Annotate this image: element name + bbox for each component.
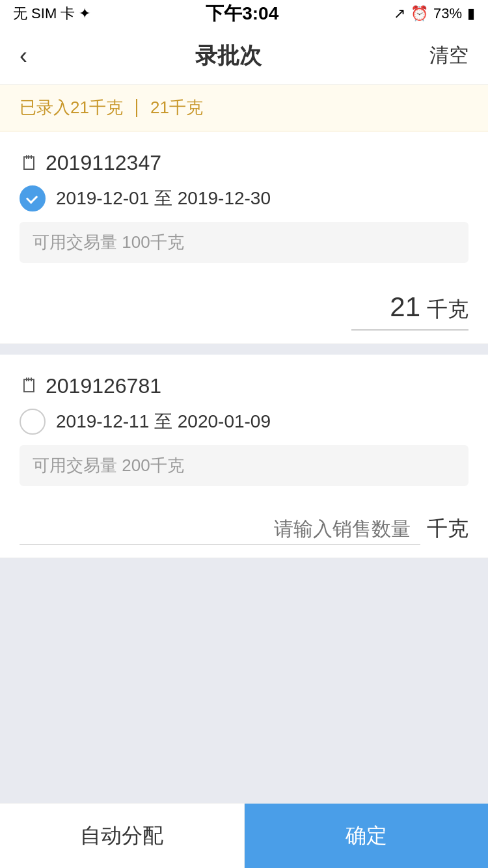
batch2-section: 🗒 2019126781 2019-12-11 至 2020-01-09 可用交…	[0, 355, 488, 559]
alarm-icon: ⏰	[411, 5, 428, 22]
batch2-input-wrapper	[20, 518, 420, 545]
batch2-qty-bar: 可用交易量 200千克	[20, 445, 468, 486]
batch1-date: 2019-12-01 至 2019-12-30	[56, 186, 271, 211]
status-right: ↗ ⏰ 73% ▮	[394, 5, 475, 22]
status-left: 无 SIM 卡 ✦	[13, 4, 90, 23]
batch1-amount-row: 21 千克	[0, 278, 488, 344]
batch2-date-row[interactable]: 2019-12-11 至 2020-01-09	[20, 409, 468, 435]
confirm-button[interactable]: 确定	[245, 804, 489, 868]
batch1-amount-value: 21	[390, 292, 420, 323]
back-button[interactable]: ‹	[20, 42, 27, 70]
status-bar: 无 SIM 卡 ✦ 下午3:04 ↗ ⏰ 73% ▮	[0, 0, 488, 27]
batch2-qty-unit: 千克	[427, 515, 468, 543]
batch1-qty-bar: 可用交易量 100千克	[20, 222, 468, 263]
battery-icon: ▮	[467, 5, 475, 22]
batch2-id-row: 🗒 2019126781	[20, 374, 468, 398]
batch1-id: 2019112347	[46, 151, 161, 175]
section-separator	[0, 344, 488, 355]
clear-button[interactable]: 清空	[429, 42, 468, 69]
page-title: 录批次	[195, 41, 262, 71]
batch1-underline	[351, 329, 468, 331]
batch1-date-row[interactable]: 2019-12-01 至 2019-12-30	[20, 185, 468, 211]
footer: 自动分配 确定	[0, 803, 488, 868]
batch1-id-row: 🗒 2019112347	[20, 151, 468, 175]
total-label: 21千克	[150, 96, 203, 119]
batch1-card: 🗒 2019112347 2019-12-01 至 2019-12-30 可用交…	[0, 131, 488, 278]
battery-text: 73%	[433, 5, 462, 22]
batch2-checkbox[interactable]	[20, 409, 46, 435]
batch1-amount-wrapper: 21 千克	[351, 292, 468, 331]
info-banner: 已录入21千克 21千克	[0, 85, 488, 131]
auto-distribute-button[interactable]: 自动分配	[0, 804, 245, 868]
status-time: 下午3:04	[206, 1, 278, 26]
location-icon: ↗	[394, 5, 405, 22]
batch2-card: 🗒 2019126781 2019-12-11 至 2020-01-09 可用交…	[0, 355, 488, 502]
batch2-id: 2019126781	[46, 374, 161, 398]
batch2-qty-input[interactable]	[173, 518, 420, 540]
batch2-input-row[interactable]: 千克	[0, 502, 488, 559]
batch2-icon: 🗒	[20, 375, 39, 397]
batch1-icon: 🗒	[20, 152, 39, 174]
batch1-checkbox[interactable]	[20, 185, 46, 211]
no-sim-text: 无 SIM 卡 ✦	[13, 4, 90, 23]
info-divider	[136, 99, 137, 117]
batch2-date: 2019-12-11 至 2020-01-09	[56, 409, 271, 434]
batch2-input-underline	[20, 544, 420, 545]
batch1-amount-unit: 千克	[427, 295, 468, 324]
recorded-label: 已录入21千克	[20, 96, 123, 119]
nav-bar: ‹ 录批次 清空	[0, 27, 488, 85]
